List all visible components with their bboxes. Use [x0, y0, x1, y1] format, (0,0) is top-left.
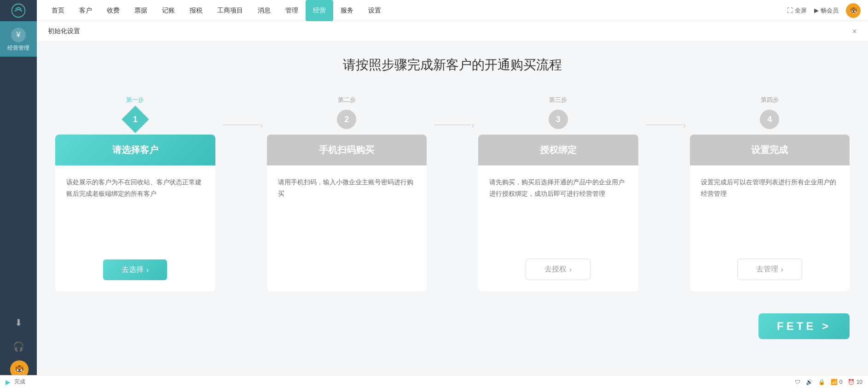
step3-btn-label: 去授权 — [544, 265, 567, 274]
step3-number: 3 — [556, 115, 561, 124]
sidebar-item-label: 经营管理 — [7, 44, 29, 52]
sidebar-logo[interactable] — [0, 0, 37, 21]
volume-icon: 🔊 — [806, 379, 813, 385]
step4-label: 第四步 — [761, 96, 779, 104]
page-header: 初始化设置 × — [37, 21, 868, 41]
step2-label: 第二步 — [338, 96, 356, 104]
main-content: 初始化设置 × 请按照步骤完成新客户的开通购买流程 第一步 1 请选择客户 该处… — [37, 21, 868, 375]
vip-btn[interactable]: ▶ 畅会员 — [814, 6, 839, 15]
fullscreen-icon: ⛶ — [787, 7, 793, 14]
step4-card: 设置完成 设置完成后可以在管理列表进行所有企业用户的经营管理 去管理 › — [690, 135, 850, 291]
page-title: 初始化设置 — [48, 27, 80, 35]
arrow2-icon: › — [471, 120, 475, 130]
nav-home[interactable]: 首页 — [44, 0, 72, 21]
step4-action-button[interactable]: 去管理 › — [737, 259, 802, 280]
nav-accounting[interactable]: 记账 — [155, 0, 182, 21]
step1-label: 第一步 — [126, 96, 144, 104]
shield-icon: 🛡 — [795, 379, 800, 385]
nav-tax[interactable]: 报税 — [182, 0, 210, 21]
nav-invoice[interactable]: 票据 — [127, 0, 155, 21]
management-icon: ¥ — [11, 28, 26, 42]
step2-card-body: 请用手机扫码，输入小微企业主账号密码进行购买 — [267, 165, 427, 291]
download-icon[interactable]: ⬇ — [8, 312, 29, 333]
nav-manage[interactable]: 管理 — [278, 0, 306, 21]
status-bar-left: ▶ 完成 — [6, 378, 25, 386]
step4-card-footer: 去管理 › — [690, 259, 850, 280]
step1-card-header: 请选择客户 — [55, 135, 215, 165]
nav-customer[interactable]: 客户 — [72, 0, 99, 21]
step4-card-header: 设置完成 — [690, 135, 850, 165]
step4-number: 4 — [767, 115, 772, 124]
fullscreen-label: 全屏 — [795, 6, 807, 15]
nav-fee[interactable]: 收费 — [99, 0, 127, 21]
close-button[interactable]: × — [852, 27, 857, 35]
step4-circle: 4 — [760, 110, 779, 129]
step2-circle: 2 — [337, 110, 356, 129]
step3-card: 授权绑定 请先购买，购买后选择开通的产品中的企业用户进行授权绑定，成功后即可进行… — [478, 135, 638, 291]
step3-card-header: 授权绑定 — [478, 135, 638, 165]
fete-button[interactable]: FETE > — [758, 313, 850, 339]
step3-card-footer: 去授权 › — [478, 259, 638, 280]
connector1: › — [223, 124, 260, 125]
time-icon: ⏰ 10 — [848, 379, 862, 385]
step2-number: 2 — [344, 115, 349, 124]
play-button[interactable]: ▶ — [6, 378, 11, 386]
step2-card-header: 手机扫码购买 — [267, 135, 427, 165]
step3-action-button[interactable]: 去授权 › — [526, 259, 590, 280]
nav-service[interactable]: 服务 — [333, 0, 361, 21]
top-nav: 首页 客户 收费 票据 记账 报税 工商项目 消息 管理 经营 服务 设置 ⛶ … — [37, 0, 868, 21]
arrow1-icon: › — [260, 120, 263, 130]
step1-number: 1 — [133, 114, 138, 124]
nav-right: ⛶ 全屏 ▶ 畅会员 🐯 — [787, 3, 861, 18]
headset-icon[interactable]: 🎧 — [8, 336, 29, 357]
arrow3-icon: › — [683, 120, 686, 130]
step1-action-button[interactable]: 去选择 › — [103, 259, 167, 280]
step1-card-footer: 去选择 › — [55, 259, 215, 280]
connector3: › — [646, 124, 683, 125]
fete-area: FETE > — [55, 302, 850, 339]
status-text: 完成 — [14, 378, 25, 386]
main-title: 请按照步骤完成新客户的开通购买流程 — [55, 56, 850, 74]
status-bar-right: 🛡 🔊 🔒 📶 0 ⏰ 10 — [795, 379, 862, 385]
sidebar-item-management[interactable]: ¥ 经营管理 — [0, 21, 37, 57]
connector2: › — [434, 124, 471, 125]
step2-card: 手机扫码购买 请用手机扫码，输入小微企业主账号密码进行购买 — [267, 135, 427, 291]
status-bar: ▶ 完成 🛡 🔊 🔒 📶 0 ⏰ 10 — [0, 375, 868, 388]
nav-message[interactable]: 消息 — [250, 0, 278, 21]
sidebar: ¥ 经营管理 ⬇ 🎧 🐯 — [0, 0, 37, 388]
step3-label: 第三步 — [549, 96, 567, 104]
step1-card: 请选择客户 该处展示的客户为不在回收站、客户状态正常建账后完成老板端绑定的所有客… — [55, 135, 215, 291]
user-avatar[interactable]: 🐯 — [846, 3, 861, 18]
network-icon: 📶 0 — [831, 379, 842, 385]
vip-icon: ▶ — [814, 7, 819, 14]
content-area: 请按照步骤完成新客户的开通购买流程 第一步 1 请选择客户 该处展示的客户为不在… — [37, 41, 868, 354]
fullscreen-btn[interactable]: ⛶ 全屏 — [787, 6, 807, 15]
nav-operation[interactable]: 经营 — [306, 0, 333, 21]
step1-diamond: 1 — [122, 106, 149, 133]
step4-btn-arrow: › — [781, 265, 783, 274]
step4-btn-label: 去管理 — [756, 265, 778, 274]
step1-btn-arrow: › — [146, 266, 149, 274]
nav-settings[interactable]: 设置 — [361, 0, 388, 21]
vip-label: 畅会员 — [821, 6, 839, 15]
nav-business[interactable]: 工商项目 — [210, 0, 250, 21]
step3-btn-arrow: › — [569, 265, 572, 274]
step3-circle: 3 — [549, 110, 568, 129]
lock-icon: 🔒 — [818, 379, 825, 385]
step1-btn-label: 去选择 — [122, 265, 144, 275]
svg-point-0 — [12, 4, 25, 18]
